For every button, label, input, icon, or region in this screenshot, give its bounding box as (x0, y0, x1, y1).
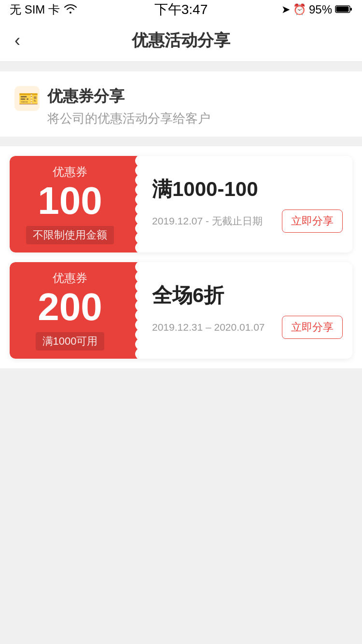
coupon-card-2: 优惠券 200 满1000可用 全场6折 2019.12.31 – 2020.0… (10, 262, 352, 359)
coupon-2-type: 优惠券 (53, 270, 87, 286)
bottom-empty-area (0, 368, 362, 644)
coupon-2-condition: 满1000可用 (36, 332, 105, 350)
alarm-icon: ⏰ (293, 3, 306, 16)
status-bar: 无 SIM 卡 下午3:47 ➤ ⏰ 95% (0, 0, 362, 19)
page-title: 优惠活动分享 (132, 29, 230, 52)
nav-bar: ‹ 优惠活动分享 (0, 19, 362, 62)
coupon-2-amount: 200 (38, 286, 102, 328)
section-title: 优惠券分享 (47, 86, 210, 107)
coupon-2-title: 全场6折 (152, 282, 343, 309)
section-text: 优惠券分享 将公司的优惠活动分享给客户 (47, 86, 210, 127)
battery-icon (335, 3, 352, 16)
location-icon: ➤ (281, 3, 290, 16)
coupon-1-type: 优惠券 (53, 164, 87, 180)
coupon-icon: 🎫 (14, 86, 40, 111)
status-right: ➤ ⏰ 95% (281, 3, 352, 16)
battery-label: 95% (309, 3, 332, 16)
coupon-2-share-button[interactable]: 立即分享 (282, 316, 343, 339)
carrier-label: 无 SIM 卡 (10, 2, 60, 17)
coupon-card-1: 优惠券 100 不限制使用金额 满1000-100 2019.12.07 - 无… (10, 156, 352, 252)
section-header: 🎫 优惠券分享 将公司的优惠活动分享给客户 (0, 71, 362, 137)
svg-text:🎫: 🎫 (18, 89, 39, 109)
section-subtitle: 将公司的优惠活动分享给客户 (47, 110, 210, 127)
svg-rect-2 (350, 8, 352, 11)
coupon-1-condition: 不限制使用金额 (26, 226, 114, 244)
svg-rect-1 (336, 7, 349, 12)
status-left: 无 SIM 卡 (10, 2, 77, 17)
coupon-1-date: 2019.12.07 - 无截止日期 (152, 214, 276, 228)
wifi-icon (64, 3, 77, 16)
coupon-1-share-button[interactable]: 立即分享 (282, 210, 343, 233)
coupon-2-date: 2019.12.31 – 2020.01.07 (152, 322, 276, 333)
coupon-list: 优惠券 100 不限制使用金额 满1000-100 2019.12.07 - 无… (0, 146, 362, 368)
coupon-1-title: 满1000-100 (152, 176, 343, 203)
status-time: 下午3:47 (154, 0, 208, 19)
coupon-1-amount: 100 (38, 180, 102, 222)
back-button[interactable]: ‹ (14, 30, 20, 51)
